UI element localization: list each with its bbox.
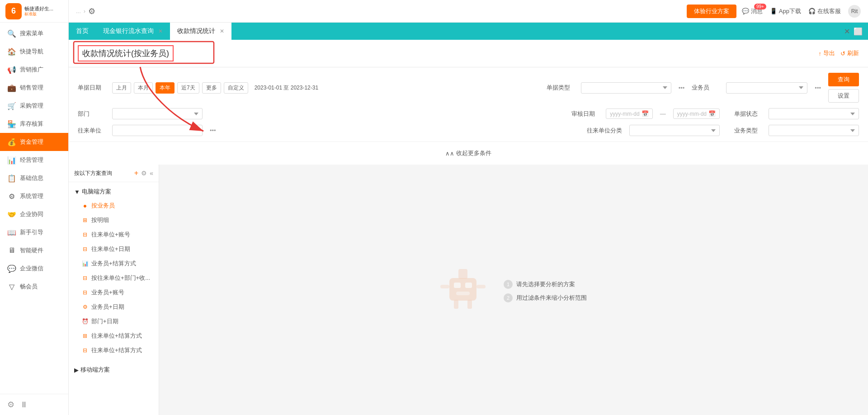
scheme-item-salesman-account[interactable]: ⊟ 业务员+账号 (69, 285, 159, 300)
bill-type-select[interactable] (581, 82, 671, 94)
sidebar-item-wechat[interactable]: 💬 企业微信 (0, 259, 68, 278)
biz-type-label: 业务类型 (734, 127, 761, 135)
refresh-button[interactable]: ↺ 刷新 (840, 49, 859, 57)
collapse-sidebar-icon[interactable]: ⏸ (20, 400, 28, 410)
scheme-item-salesman-date-icon: ⚙ (81, 303, 89, 311)
biz-type-select[interactable] (769, 125, 859, 136)
content-area: 收款情况统计(按业务员) ↑ 导出 ↺ 刷新 单据日期 上月 (69, 40, 868, 415)
tab-bank-flow[interactable]: 现金银行流水查询 ✕ (96, 23, 170, 40)
scheme-item-label: 业务员+日期 (91, 303, 124, 311)
scheme-collapse-icon[interactable]: « (150, 170, 153, 177)
scheme-item-unit-dept-collect[interactable]: ⊟ 按往来单位+部门+收... (69, 271, 159, 285)
logo-text: 畅捷通好生... 标准版 (24, 5, 53, 17)
scheme-panel-header: 按以下方案查询 + ⚙ « (69, 165, 159, 182)
guide-icon: 📖 (7, 228, 16, 237)
settings-icon[interactable]: ⚙ (7, 400, 14, 410)
finance-icon: 💰 (7, 137, 16, 146)
tab-home[interactable]: 首页 (69, 23, 96, 40)
tab-collection-stats[interactable]: 收款情况统计 ✕ (170, 23, 231, 40)
bill-status-select[interactable] (769, 108, 859, 119)
set-button[interactable]: 设置 (828, 89, 859, 103)
desktop-scheme-group: ▼ 电脑端方案 ● 按业务员 ⊞ 按明细 ⊟ 往来单位+账号 (69, 182, 159, 360)
salesman-select[interactable] (726, 82, 807, 94)
sidebar-item-marketing[interactable]: 📢 营销推广 (0, 61, 68, 79)
maximize-window-icon[interactable]: ⬜ (854, 27, 863, 36)
sidebar-item-inventory[interactable]: 🏪 库存核算 (0, 115, 68, 133)
service-button[interactable]: 🎧 在线客服 (808, 7, 841, 15)
breadcrumb-text: ... (76, 8, 81, 14)
scheme-item-by-salesman[interactable]: ● 按业务员 (69, 198, 159, 213)
sidebar-item-label: 企业协同 (20, 210, 43, 218)
sidebar-item-label: 系统管理 (20, 192, 43, 200)
review-date-start[interactable]: yyyy-mm-dd 📅 (606, 108, 652, 119)
scheme-item-salesman-payment[interactable]: 📊 业务员+结算方式 (69, 256, 159, 271)
message-button[interactable]: 💬 消息 99+ (742, 7, 763, 15)
sidebar-item-member[interactable]: ▽ 畅会员 (0, 278, 68, 296)
scheme-item-unit-payment-1[interactable]: ⊞ 往来单位+结算方式 (69, 329, 159, 343)
counterpart-more-icon[interactable]: ••• (210, 127, 216, 134)
scheme-item-unit-payment-2[interactable]: ⊟ 往来单位+结算方式 (69, 343, 159, 358)
page-header: 收款情况统计(按业务员) ↑ 导出 ↺ 刷新 (69, 40, 868, 67)
review-date-label: 审核日期 (571, 110, 599, 118)
tab-collection-stats-close[interactable]: ✕ (220, 28, 224, 34)
filter-row-2: 部门 审核日期 yyyy-mm-dd 📅 — yyyy-mm-dd 📅 (78, 108, 859, 119)
scheme-item-unit-acct-icon: ⊟ (81, 231, 89, 238)
dept-select-wrapper (112, 108, 203, 119)
bill-type-more-icon[interactable]: ••• (679, 85, 685, 91)
sidebar-item-finance[interactable]: 💰 资金管理 (0, 133, 68, 151)
sidebar-item-system[interactable]: ⚙ 系统管理 (0, 187, 68, 205)
biz-type-select-wrapper (769, 125, 859, 136)
user-avatar[interactable]: Rit (848, 5, 861, 18)
date-group: 上月 本月 本年 近7天 更多 自定义 2023-01-01 至 2023-12… (112, 82, 318, 94)
date-btn-last-month[interactable]: 上月 (112, 82, 131, 94)
scheme-item-unit-date[interactable]: ⊟ 往来单位+日期 (69, 242, 159, 256)
date-btn-this-month[interactable]: 本月 (134, 82, 153, 94)
sidebar-item-guide[interactable]: 📖 新手引导 (0, 223, 68, 241)
sales-icon: 💼 (7, 83, 16, 92)
sidebar-item-search[interactable]: 🔍 搜索菜单 (0, 24, 68, 42)
app-download-button[interactable]: 📱 App下载 (770, 7, 801, 15)
scheme-settings-icon[interactable]: ⚙ (141, 170, 147, 177)
scheme-item-by-detail[interactable]: ⊞ 按明细 (69, 213, 159, 227)
date-btn-this-year[interactable]: 本年 (156, 82, 175, 94)
trial-button[interactable]: 体验行业方案 (687, 5, 736, 18)
desktop-scheme-group-title[interactable]: ▼ 电脑端方案 (69, 185, 159, 198)
scheme-item-dept-date[interactable]: ⏰ 部门+日期 (69, 314, 159, 329)
counterpart-input[interactable] (112, 125, 203, 136)
tab-bank-flow-close[interactable]: ✕ (158, 28, 163, 34)
query-button[interactable]: 查询 (828, 73, 859, 86)
review-date-end[interactable]: yyyy-mm-dd 📅 (673, 108, 720, 119)
collapse-area: ∧∧ 收起更多条件 (69, 141, 868, 165)
svg-rect-0 (449, 278, 476, 301)
mobile-scheme-group-title[interactable]: ▶ 移动端方案 (69, 363, 159, 377)
sidebar-item-quicknav[interactable]: 🏠 快捷导航 (0, 42, 68, 61)
date-btn-custom[interactable]: 自定义 (224, 82, 248, 94)
sidebar-item-sales[interactable]: 💼 销售管理 (0, 79, 68, 97)
counterpart-label: 往来单位 (78, 127, 105, 135)
date-btn-more[interactable]: 更多 (202, 82, 221, 94)
svg-rect-4 (458, 269, 467, 279)
collapse-button[interactable]: ∧∧ 收起更多条件 (445, 149, 491, 157)
sidebar-item-hardware[interactable]: 🖥 智能硬件 (0, 241, 68, 259)
scheme-item-unit-account[interactable]: ⊟ 往来单位+账号 (69, 227, 159, 242)
scheme-item-unit-pay2-icon: ⊟ (81, 347, 89, 354)
topbar-gear[interactable]: ⚙ (88, 6, 95, 16)
home-icon: 🏠 (7, 47, 16, 56)
wechat-icon: 💬 (7, 264, 16, 273)
sidebar-item-enterprise[interactable]: 🤝 企业协同 (0, 205, 68, 223)
date-btn-7days[interactable]: 近7天 (177, 82, 199, 94)
sidebar-item-purchase[interactable]: 🛒 采购管理 (0, 97, 68, 115)
scheme-add-icon[interactable]: + (134, 169, 138, 177)
export-button[interactable]: ↑ 导出 (819, 49, 835, 57)
scheme-item-unit-date-icon: ⊟ (81, 245, 89, 253)
salesman-more-icon[interactable]: ••• (815, 85, 821, 91)
scheme-item-label: 往来单位+结算方式 (91, 332, 142, 340)
scheme-item-salesman-date[interactable]: ⚙ 业务员+日期 (69, 300, 159, 314)
date-range-text: 2023-01-01 至 2023-12-31 (255, 84, 318, 92)
counterpart-class-select[interactable] (629, 125, 720, 136)
sidebar-item-operations[interactable]: 📊 经营管理 (0, 151, 68, 169)
dept-select[interactable] (112, 108, 203, 119)
sidebar-item-basics[interactable]: 📋 基础信息 (0, 169, 68, 187)
counterpart-class-select-wrapper (629, 125, 720, 136)
close-window-icon[interactable]: ✕ (844, 27, 850, 36)
